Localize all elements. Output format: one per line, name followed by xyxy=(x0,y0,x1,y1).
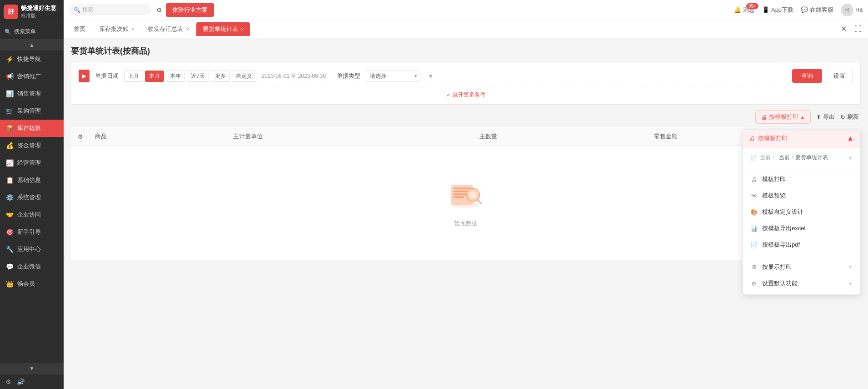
sidebar-item-inventory[interactable]: 📦 库存核算 xyxy=(0,120,64,137)
close-tab-btn[interactable]: ✕ xyxy=(837,23,850,35)
sidebar-item-system[interactable]: ⚙️ 系统管理 xyxy=(0,189,64,206)
dropdown-export-pdf[interactable]: 📄 按模板导出pdf xyxy=(743,237,860,253)
display-print-arrow: ▼ xyxy=(848,264,853,270)
sales-icon: 📊 xyxy=(5,90,14,98)
sound-icon[interactable]: 🔊 xyxy=(17,378,25,385)
tabs-bar: 首页 库存批次账 × 收发存汇总表 × 要货单统计表 × ✕ ⛶ xyxy=(64,20,868,38)
tab-summary[interactable]: 收发存汇总表 × xyxy=(141,22,195,36)
export-excel-icon: 📊 xyxy=(750,225,758,232)
current-template: 📄 当前： 当前：要货单统计表 ▼ xyxy=(743,150,860,165)
user-name-display: R xyxy=(845,7,849,13)
tab-home[interactable]: 首页 xyxy=(67,22,92,36)
dropdown-default-fn[interactable]: ⚙ 设置默认功能 ▼ xyxy=(743,275,860,292)
sidebar-scroll-down[interactable]: ▼ xyxy=(0,363,64,374)
business-icon: 📈 xyxy=(5,159,14,167)
sidebar-item-finance[interactable]: 💰 资金管理 xyxy=(0,137,64,154)
action-bar: 🖨 按模板打印 ▲ ⬆ 导出 ↻ 刷新 xyxy=(71,110,861,124)
dropdown-display-print[interactable]: 🖥 按显示打印 ▼ xyxy=(743,259,860,275)
topbar-settings-icon[interactable]: ⚙ xyxy=(156,6,162,14)
dropdown-template-preview[interactable]: 👁 模板预览 xyxy=(743,187,860,204)
tab-order-stats[interactable]: 要货单统计表 × xyxy=(196,22,250,36)
expand-more-btn[interactable]: ✓ 展开更多条件 xyxy=(446,91,485,99)
dropdown-template-design[interactable]: 🎨 模板自定义设计 xyxy=(743,204,860,220)
topbar-search-icon: 🔍 xyxy=(74,7,80,13)
user-avatar[interactable]: R Rit xyxy=(841,4,863,16)
dropdown-template-print[interactable]: 🖨 模板打印 xyxy=(743,171,860,187)
system-icon: ⚙️ xyxy=(5,193,14,202)
print-dropdown-menu: 🖨 按模板打印 ▲ 📄 当前： 当前：要货单统计表 ▼ 🖨 模板打印 xyxy=(743,129,861,295)
query-button[interactable]: 查询 xyxy=(792,69,822,83)
avatar: R xyxy=(841,4,853,16)
date-btn-this-month[interactable]: 本月 xyxy=(145,71,164,82)
app-download-btn[interactable]: 📱 App下载 xyxy=(762,6,793,14)
maximize-btn[interactable]: ⛶ xyxy=(852,23,864,35)
dropdown-collapse-btn[interactable]: ▲ xyxy=(847,134,854,142)
svg-line-8 xyxy=(478,199,481,204)
dropdown-current-section: 📄 当前： 当前：要货单统计表 ▼ xyxy=(743,147,860,168)
dropdown-display-section: 🖥 按显示打印 ▼ ⚙ 设置默认功能 ▼ xyxy=(743,256,860,294)
topbar-search[interactable]: 🔍 搜索 xyxy=(69,4,151,15)
download-icon: 📱 xyxy=(762,6,769,13)
tabs-bar-actions: ✕ ⛶ xyxy=(837,23,864,35)
col-settings[interactable]: ⚙ xyxy=(71,128,90,146)
print-template-btn[interactable]: 🖨 按模板打印 ▲ xyxy=(755,110,811,124)
empty-text: 暂无数据 xyxy=(454,219,478,227)
dropdown-export-excel[interactable]: 📊 按模板导出excel xyxy=(743,220,860,237)
date-btn-last-month[interactable]: 上月 xyxy=(124,71,143,82)
page-content: 要货单统计表(按商品) ▶ 单据日期 上月 本月 本年 近7天 更多 自定义 2… xyxy=(64,38,868,389)
sidebar-item-guide[interactable]: 🎯 新手引导 xyxy=(0,223,64,241)
col-unit: 主计量单位 xyxy=(228,128,474,146)
column-settings-icon[interactable]: ⚙ xyxy=(78,133,83,140)
date-range-text: 2023-06-01 至 2023-06-30 xyxy=(262,72,326,80)
sidebar-item-member[interactable]: 👑 畅会员 xyxy=(0,275,64,293)
col-quantity: 主数量 xyxy=(474,128,649,146)
tab-close-batch[interactable]: × xyxy=(131,26,134,32)
settings-button[interactable]: 设置 xyxy=(826,69,853,83)
date-btn-more[interactable]: 更多 xyxy=(211,71,230,82)
empty-state: 暂无数据 xyxy=(77,150,855,255)
sidebar-item-wechat[interactable]: 💬 企业微信 xyxy=(0,258,64,275)
dropdown-header: 🖨 按模板打印 ▲ xyxy=(743,130,860,147)
online-support-btn[interactable]: 💬 在线客服 xyxy=(801,6,833,14)
search-icon: 🔍 xyxy=(5,29,11,35)
app-name-text: 畅捷通好生意 标准版 xyxy=(21,5,56,19)
topbar: 🔍 搜索 ⚙ 体验行业方案 🔔 消息 99+ 📱 App下载 💬 在线客服 R xyxy=(64,0,868,20)
sidebar: 好 畅捷通好生意 标准版 🔍 搜索菜单 ▲ ⚡ 快捷导航 📢 营销推广 📊 销售… xyxy=(0,0,64,389)
svg-rect-3 xyxy=(454,191,468,192)
sidebar-item-basics[interactable]: 📋 基础信息 xyxy=(0,172,64,189)
sidebar-item-sales[interactable]: 📊 销售管理 xyxy=(0,85,64,102)
date-btn-this-year[interactable]: 本年 xyxy=(166,71,185,82)
sidebar-item-business[interactable]: 📈 经营管理 xyxy=(0,154,64,172)
current-template-icon: 📄 xyxy=(750,155,757,161)
sidebar-scroll-up[interactable]: ▲ xyxy=(0,40,64,51)
support-icon: 💬 xyxy=(801,6,808,13)
export-btn[interactable]: ⬆ 导出 xyxy=(816,113,835,121)
sidebar-search[interactable]: 🔍 搜索菜单 xyxy=(0,24,64,40)
date-btn-7days[interactable]: 近7天 xyxy=(187,71,209,82)
sidebar-item-apps[interactable]: 🔧 应用中心 xyxy=(0,241,64,258)
sidebar-item-marketing[interactable]: 📢 营销推广 xyxy=(0,68,64,85)
notifications-btn[interactable]: 🔔 消息 99+ xyxy=(734,6,755,14)
purchase-icon: 🛒 xyxy=(5,107,14,115)
trial-button[interactable]: 体验行业方案 xyxy=(166,3,214,17)
refresh-btn[interactable]: ↻ 刷新 xyxy=(840,113,859,121)
sidebar-item-quick-nav[interactable]: ⚡ 快捷导航 xyxy=(0,51,64,68)
guide-icon: 🎯 xyxy=(5,228,14,236)
template-print-icon: 🖨 xyxy=(750,176,758,183)
export-pdf-icon: 📄 xyxy=(750,241,758,248)
settings-icon[interactable]: ⚙ xyxy=(5,378,11,385)
tab-close-order[interactable]: × xyxy=(241,26,244,32)
empty-illustration xyxy=(443,177,489,214)
doc-type-select[interactable]: 请选择 xyxy=(366,71,420,81)
filter-expand-arrow[interactable]: ▶ xyxy=(79,70,90,82)
date-btn-custom[interactable]: 自定义 xyxy=(232,71,256,82)
tab-batch-account[interactable]: 库存批次账 × xyxy=(93,22,140,36)
marketing-icon: 📢 xyxy=(5,72,14,81)
doc-type-select-wrapper: 请选择 xyxy=(366,71,420,81)
svg-rect-2 xyxy=(454,187,471,189)
svg-point-7 xyxy=(469,191,477,198)
tab-close-summary[interactable]: × xyxy=(186,26,189,32)
sidebar-item-collab[interactable]: 🤝 企业协同 xyxy=(0,206,64,223)
sidebar-item-purchase[interactable]: 🛒 采购管理 xyxy=(0,102,64,120)
print-header-icon: 🖨 xyxy=(749,135,755,142)
